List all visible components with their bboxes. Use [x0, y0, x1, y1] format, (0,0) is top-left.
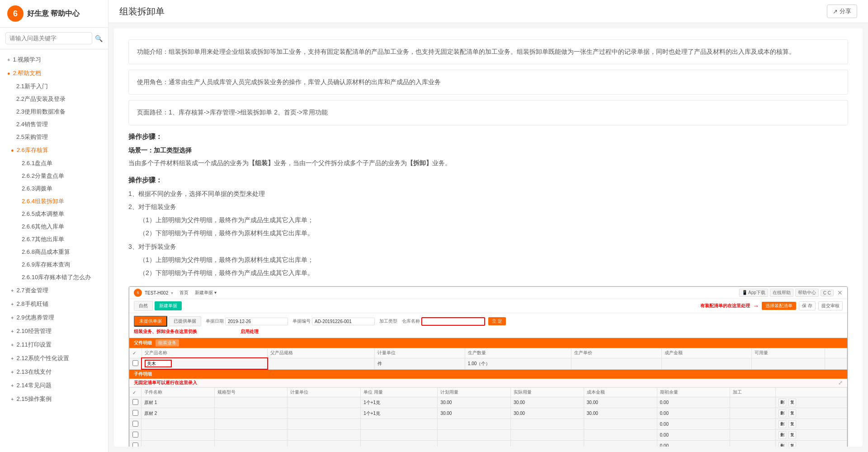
sidebar-item-label: 2.12系统个性化设置: [16, 354, 69, 362]
mock-close-icon: ✕: [837, 289, 843, 296]
number-input[interactable]: [312, 318, 375, 325]
lower-row2-checkbox[interactable]: [132, 410, 138, 416]
step2-sub1: （1）上部明细为父件明细，最终作为产成品生成其它入库单；: [139, 214, 848, 226]
intro-block: 功能介绍：组装拆卸单用来处理企业组装或拆卸等加工业务，支持有固定装配清单的产品加…: [128, 39, 848, 64]
sidebar-item-2.6.6[interactable]: 2.6.6其他入库单: [0, 220, 108, 233]
plus-icon-finance: +: [11, 288, 14, 293]
sidebar-item-coupon[interactable]: + 2.9优惠券管理: [0, 311, 108, 324]
sidebar-item-ops[interactable]: + 2.10经营管理: [0, 324, 108, 338]
lower-td-spec-2: [214, 408, 288, 419]
lower-row4-checkbox[interactable]: [132, 432, 138, 438]
sidebar-item-2.6.3[interactable]: 2.6.3调拨单: [0, 182, 108, 195]
sidebar-item-finance[interactable]: + 2.7资金管理: [0, 284, 108, 297]
mock-save-btn[interactable]: 保 存: [799, 301, 816, 310]
mock-titlebar-actions: 📱 App下载 在线帮助 帮助中心 C C ✕: [739, 289, 843, 297]
operations-title: 操作步骤：: [128, 133, 848, 141]
plus-icon-faq: +: [11, 383, 14, 388]
sidebar-item-cases[interactable]: + 2.15操作案例: [0, 392, 108, 406]
sidebar-item-system[interactable]: + 2.12系统个性化设置: [0, 352, 108, 365]
sidebar-item-purchase[interactable]: 2.5采购管理: [0, 131, 108, 143]
mock-tab-unprovided[interactable]: 未提供单据: [134, 316, 167, 327]
sidebar-item-2.6.4[interactable]: 2.6.4组装拆卸单: [0, 195, 108, 208]
del-btn-3[interactable]: 删: [778, 420, 786, 428]
sidebar-item-sales[interactable]: 2.4销售管理: [0, 118, 108, 131]
sidebar-item-install[interactable]: 2.2产品安装及登录: [0, 93, 108, 105]
lower-td-process-1: [730, 397, 776, 408]
mock-submit-btn[interactable]: 提交审核: [818, 301, 843, 310]
mock-tab-provided[interactable]: 已提供单据: [169, 316, 201, 326]
sidebar-item-stock[interactable]: ● 2.6库存核算: [0, 143, 108, 157]
scene1-title: 场景一：加工类型选择: [128, 147, 848, 155]
sidebar-header: 6 好生意 帮助中心: [0, 0, 108, 28]
search-box[interactable]: 🔍: [0, 28, 108, 49]
upper-th-spec: 父产品规格: [268, 348, 375, 358]
sidebar-item-2.6.7[interactable]: 2.6.7其他出库单: [0, 233, 108, 246]
lower-td-usage-1: 1个+1克: [361, 397, 438, 408]
sidebar-item-docs[interactable]: ● 2.帮助文档: [0, 67, 108, 80]
sidebar-item-label: 2.14常见问题: [16, 381, 51, 390]
sidebar-item-faq[interactable]: + 2.14常见问题: [0, 379, 108, 392]
sidebar-item-2.6.1[interactable]: 2.6.1盘点单: [0, 157, 108, 170]
lower-th-cost: 成本金额: [584, 388, 657, 397]
copy-btn-5[interactable]: 复: [788, 442, 796, 447]
plus-icon-coupon: +: [11, 315, 14, 320]
upper-row-checkbox[interactable]: [132, 360, 138, 366]
del-btn-4[interactable]: 删: [778, 431, 786, 439]
lower-th-plan: 计划用量: [438, 388, 511, 397]
lower-td-action-3: 删 复: [775, 419, 847, 430]
sidebar-item-2.6.10[interactable]: 2.6.10库存账本错了怎么办: [0, 271, 108, 284]
mock-clearance-btn[interactable]: 选择装配清单: [762, 302, 796, 310]
sidebar-item-data[interactable]: 2.3使用前数据准备: [0, 105, 108, 118]
upper-th-qty: 生产数量: [465, 348, 571, 358]
copy-btn-2[interactable]: 复: [788, 409, 796, 417]
share-button[interactable]: ↗ 分享: [827, 5, 857, 18]
upper-th-price: 生产单价: [571, 348, 662, 358]
date-input[interactable]: [225, 318, 288, 325]
lower-td-actual-1: 30.00: [511, 397, 584, 408]
mock-titlebar: 6 TEST-H002 ▾ 首页 新建单据 ▾ 📱 App下载 在线帮助 帮助中…: [129, 287, 847, 299]
warehouse-input[interactable]: [421, 317, 485, 326]
lower-td-name-3: [142, 419, 215, 430]
lower-th-check: ✓: [130, 388, 142, 397]
del-btn-2[interactable]: 删: [778, 409, 786, 417]
expand-icon[interactable]: ⤢: [838, 380, 843, 386]
sidebar-item-2.6.2[interactable]: 2.6.2分量盘点单: [0, 170, 108, 182]
copy-btn-3[interactable]: 复: [788, 420, 796, 428]
field-type: 加工类型: [379, 318, 397, 324]
lower-td-cost-1: 30.00: [584, 397, 657, 408]
sidebar-item-newbie[interactable]: 2.1新手入门: [0, 80, 108, 93]
sidebar-item-2.6.8[interactable]: 2.6.8商品成本重算: [0, 246, 108, 258]
sidebar-item-label: 2.8手机旺铺: [16, 300, 48, 308]
lower-row5-checkbox[interactable]: [132, 442, 138, 447]
copy-btn-1[interactable]: 复: [788, 399, 796, 406]
sidebar-item-payment[interactable]: + 2.13在线支付: [0, 365, 108, 379]
share-label: 分享: [840, 7, 851, 15]
mock-tab-new[interactable]: 新建单据: [155, 301, 182, 310]
lower-row3-checkbox[interactable]: [132, 421, 138, 427]
lower-row1-checkbox[interactable]: [132, 399, 138, 405]
sidebar-item-2.6.9[interactable]: 2.6.9库存账本查询: [0, 258, 108, 271]
plus-icon-mobile: +: [11, 301, 14, 307]
upper-add-btn[interactable]: 组装业务: [156, 339, 179, 347]
table-row: 0.00 删 复: [130, 430, 847, 441]
search-input[interactable]: [5, 32, 92, 44]
path-block: 页面路径：1、库存核算->库存管理->组装拆卸单 2、首页->常用功能: [128, 100, 848, 125]
copy-btn-4[interactable]: 复: [788, 431, 796, 439]
upper-name-input[interactable]: [145, 360, 172, 367]
upper-table-body: 件 1.00（个）: [130, 358, 847, 369]
sidebar-item-mobile[interactable]: + 2.8手机旺铺: [0, 297, 108, 311]
sidebar-item-print[interactable]: + 2.11打印设置: [0, 338, 108, 352]
del-btn-1[interactable]: 删: [778, 399, 786, 406]
del-btn-5[interactable]: 删: [778, 442, 786, 447]
sidebar-item-video[interactable]: + 1.视频学习: [0, 53, 108, 67]
mock-warehouse-confirm[interactable]: 立 定: [488, 317, 506, 325]
mock-tab-natural[interactable]: 自然: [134, 301, 153, 311]
scene1-desc: 当由多个子件材料组装成一个成品的业务为【组装】业务，当由一个父件拆分成多个子产品…: [128, 157, 848, 169]
lower-td-action-1: 删 复: [775, 397, 847, 408]
sidebar-item-2.6.5[interactable]: 2.6.5成本调整单: [0, 208, 108, 220]
lower-td-plan-2: 30.00: [438, 408, 511, 419]
search-button[interactable]: 🔍: [95, 35, 103, 42]
lower-section-header: 子件明细: [129, 370, 847, 379]
mock-nav-home: 首页: [179, 290, 189, 296]
lower-td-check-2: [130, 408, 142, 419]
